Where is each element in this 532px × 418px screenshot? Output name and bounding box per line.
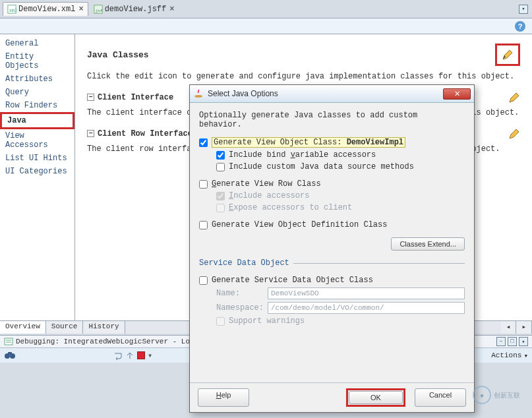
close-icon[interactable]: × (169, 5, 174, 14)
include-custom-label: Include custom Java data source methods (229, 162, 414, 171)
actions-label: Actions (491, 351, 521, 359)
chevron-down-icon[interactable]: ▾ (148, 351, 152, 361)
inc-bind-pre: Include bind (229, 150, 291, 160)
actions-menu[interactable]: Actions ▾ (491, 351, 528, 360)
include-custom-datasource-row[interactable]: Include custom Java data source methods (216, 162, 465, 171)
file-tabs: xml DemoView.xml × jsf demoView.jsff × ▾ (0, 0, 532, 18)
dropdown-icon[interactable]: ▾ (519, 5, 528, 14)
help-button[interactable]: HHelpelp (198, 388, 249, 407)
stop-icon[interactable] (137, 351, 145, 359)
generate-view-object-row[interactable]: Generate View Object Class: DemoViewImpl (199, 137, 465, 148)
sidebar-item-ui-categories[interactable]: UI Categories (0, 165, 74, 178)
inc-bind-und: v (291, 150, 295, 160)
sdo-namespace-label: Namespace: (216, 303, 268, 313)
chevron-down-icon: ▾ (523, 351, 528, 360)
generate-view-row-row[interactable]: Generate View Row Class (199, 179, 465, 189)
generate-view-row-checkbox[interactable] (199, 180, 208, 189)
inc-acc-post: nclude accessors (233, 191, 309, 200)
dialog-title: Select Java Options (208, 89, 278, 98)
pencil-icon (502, 49, 514, 61)
sidebar-item-entity-objects[interactable]: Entity Objects (0, 50, 74, 73)
help-bar: ? (0, 18, 532, 34)
include-accessors-checkbox (216, 192, 225, 200)
sidebar-item-query[interactable]: Query (0, 86, 74, 99)
tab-history[interactable]: History (83, 321, 125, 334)
expose-post: xpose accessors to client (233, 203, 352, 212)
sidebar: General Entity Objects Attributes Query … (0, 34, 75, 330)
watermark-text: 创新互联 (494, 392, 520, 399)
include-accessors-row: Include accessors (216, 191, 465, 200)
generate-sdo-checkbox[interactable] (199, 276, 208, 285)
client-interface-title: Client Interface (98, 93, 173, 102)
scroll-left-icon[interactable]: ◂ (501, 321, 517, 334)
dropdown-icon[interactable]: ▾ (519, 337, 528, 346)
collapse-icon[interactable]: − (87, 94, 94, 101)
include-bind-var-checkbox[interactable] (216, 151, 225, 160)
cancel-button[interactable]: Cancel (415, 388, 466, 407)
dialog-close-button[interactable]: ✕ (443, 88, 471, 100)
xml-file-icon: xml (7, 5, 16, 14)
ok-button[interactable]: OK (349, 391, 403, 404)
svg-marker-7 (510, 129, 519, 138)
tab-overview[interactable]: Overview (0, 321, 46, 334)
sdo-namespace-field (268, 302, 465, 314)
support-warnings-checkbox (216, 317, 225, 326)
close-icon[interactable]: × (78, 5, 83, 14)
jsff-file-icon: jsf (94, 5, 103, 14)
sidebar-item-view-accessors[interactable]: View Accessors (0, 129, 74, 152)
service-data-object-group: Service Data Object Generate Service Dat… (199, 258, 465, 328)
support-warnings-row: Support warnings (216, 316, 465, 326)
collapse-icon[interactable]: − (87, 130, 94, 137)
expose-accessors-checkbox (216, 204, 225, 212)
tab-demoview-jsff[interactable]: jsf demoView.jsff × (90, 3, 179, 16)
pencil-icon[interactable] (508, 92, 520, 104)
help-icon[interactable]: ? (515, 21, 525, 32)
gen-vo-class-name: DemoViewImpl (347, 138, 403, 147)
svg-text:jsf: jsf (95, 8, 102, 13)
debug-title: Debugging: IntegratedWebLogicServer - Lo… (16, 338, 194, 345)
tab-label: DemoView.xml (18, 5, 75, 14)
svg-text:xml: xml (9, 8, 16, 13)
generate-sdo-row[interactable]: Generate Service Data Object Class (199, 276, 465, 285)
wrap-icon[interactable] (113, 351, 123, 360)
tab-label: demoView.jsff (105, 5, 167, 14)
generate-def-class-checkbox[interactable] (199, 221, 208, 229)
log-icon (4, 337, 13, 346)
sidebar-item-java[interactable]: Java (0, 112, 74, 129)
tab-demoview-xml[interactable]: xml DemoView.xml × (3, 2, 88, 16)
support-warnings-label: Support warnings (229, 316, 305, 326)
svg-rect-13 (8, 352, 12, 355)
sidebar-item-row-finders[interactable]: Row Finders (0, 99, 74, 112)
svg-point-14 (194, 95, 202, 98)
sidebar-item-general[interactable]: General (0, 37, 74, 50)
scroll-right-icon[interactable]: ▸ (516, 321, 532, 334)
java-icon (193, 88, 204, 99)
watermark-logo-icon: ✦ (473, 386, 491, 404)
sidebar-item-attributes[interactable]: Attributes (0, 73, 74, 86)
client-row-interface-title: Client Row Interface (98, 129, 192, 138)
svg-rect-8 (5, 338, 13, 345)
maximize-icon[interactable]: □ (508, 337, 517, 346)
include-custom-datasource-checkbox[interactable] (216, 163, 225, 171)
expose-accessors-row: Expose accessors to client (216, 203, 465, 212)
minimize-icon[interactable]: – (496, 337, 506, 346)
java-classes-desc: Click the edit icon to generate and conf… (87, 71, 520, 82)
sdo-name-label: Name: (216, 289, 268, 298)
dialog-titlebar[interactable]: Select Java Options ✕ (190, 85, 474, 103)
up-arrow-icon[interactable] (125, 351, 134, 360)
edit-java-classes-button[interactable] (495, 44, 520, 66)
generate-def-class-row[interactable]: Generate View Object Definition Class (199, 220, 465, 229)
svg-marker-6 (510, 93, 519, 102)
generate-def-class-label: Generate View Object Definition Class (212, 220, 387, 229)
select-java-options-dialog: Select Java Options ✕ Optionally generat… (189, 84, 475, 413)
pencil-icon[interactable] (508, 128, 520, 140)
generate-view-object-checkbox[interactable] (199, 138, 208, 147)
classes-extend-button[interactable]: Classes Extend... (391, 237, 465, 251)
gen-vo-label: Generate View Object Class: (214, 138, 347, 147)
gen-row-post: enerate View Row Class (216, 179, 320, 189)
sdo-legend: Service Data Object (199, 258, 293, 268)
tab-source[interactable]: Source (46, 321, 84, 334)
sidebar-item-list-ui-hints[interactable]: List UI Hints (0, 152, 74, 165)
include-bind-var-row[interactable]: Include bind variable accessors (216, 150, 465, 160)
binoculars-icon[interactable] (4, 350, 16, 361)
